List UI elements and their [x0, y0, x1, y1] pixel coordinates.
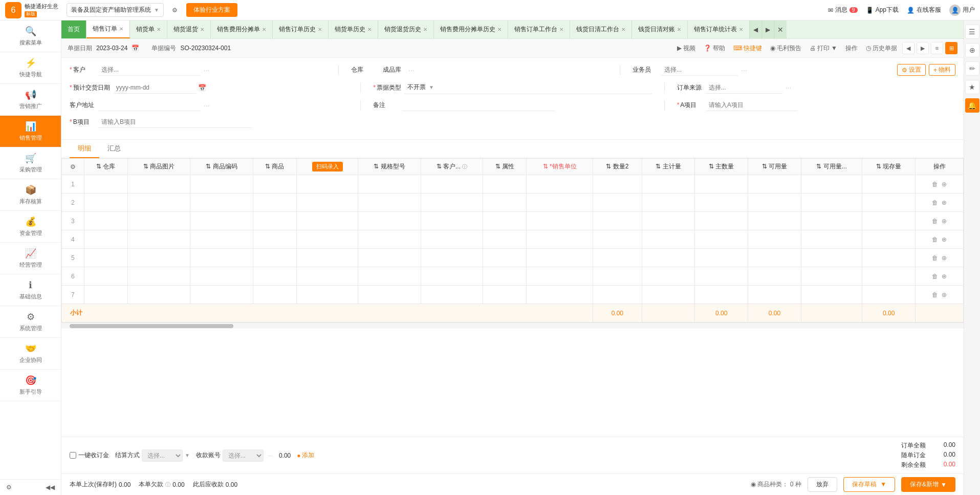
sidebar-collapse-btn[interactable]: ◀◀: [46, 484, 55, 491]
sidebar-item-system[interactable]: ⚙ 系统管理: [0, 306, 61, 338]
tab-sales-return[interactable]: 销货退货 ✕: [167, 20, 211, 38]
user-item[interactable]: 👤 用户: [949, 5, 975, 16]
invoice-type-select[interactable]: 不开票 ▼: [404, 81, 652, 94]
tab-sales-expense-history[interactable]: 销售费用分摊单历史 ✕: [434, 20, 508, 38]
th-attributes[interactable]: ⇅ 属性: [483, 159, 527, 175]
salesperson-input[interactable]: [661, 64, 738, 76]
th-main-uom[interactable]: ⇅ 主计量: [642, 159, 695, 175]
sidebar-item-marketing[interactable]: 📢 营销推广: [0, 84, 61, 116]
message-item[interactable]: ✉ 消息 9: [828, 6, 858, 14]
row-copy-btn[interactable]: ⊕: [942, 273, 947, 280]
warehouse-more-btn[interactable]: ···: [408, 66, 415, 74]
tab-close-sales-return[interactable]: ✕: [200, 27, 204, 32]
tab-close-sales-workbench[interactable]: ✕: [559, 27, 563, 32]
th-warehouse[interactable]: ⇅ 仓库: [84, 159, 127, 175]
sidebar-item-inventory[interactable]: 📦 库存核算: [0, 179, 61, 211]
tab-close-all-btn[interactable]: ✕: [774, 20, 787, 38]
tab-sales-return-history[interactable]: 销货退货历史 ✕: [378, 20, 434, 38]
history-btn[interactable]: ◷ 历史单据: [863, 43, 900, 54]
right-panel-edit-btn[interactable]: ✏: [965, 61, 979, 76]
add-payment-btn[interactable]: ● 添加: [297, 451, 314, 460]
tab-cash-workbench[interactable]: 钱货日清工作台 ✕: [570, 20, 632, 38]
settings-btn[interactable]: ⚙ 设置: [897, 64, 926, 76]
receipt-more-btn[interactable]: ···: [268, 452, 273, 459]
system-selector[interactable]: 装备及固定资产辅助管理系统 ▼: [67, 3, 164, 17]
th-qty2[interactable]: ⇅ 数量2: [593, 159, 642, 175]
th-customer-ref[interactable]: ⇅ 客户... ⓘ: [421, 159, 483, 175]
help-btn[interactable]: ❓ 帮助: [701, 43, 728, 54]
tab-sales-expense[interactable]: 销售费用分摊单 ✕: [211, 20, 273, 38]
a-project-input[interactable]: [706, 99, 798, 111]
discard-btn[interactable]: 放弃: [808, 477, 837, 492]
prev-record-btn[interactable]: ◀: [902, 42, 914, 54]
tab-close-sales-expense-history[interactable]: ✕: [497, 27, 502, 32]
order-source-input[interactable]: [706, 82, 782, 94]
delivery-date-input[interactable]: [113, 82, 196, 94]
right-panel-notification-btn[interactable]: 🔔: [965, 98, 979, 113]
tab-close-sales-order[interactable]: ✕: [119, 26, 123, 32]
tab-next-btn[interactable]: ▶: [762, 20, 774, 38]
salesperson-more-btn[interactable]: ···: [741, 66, 747, 74]
order-source-more-btn[interactable]: ···: [786, 83, 792, 92]
tab-sales-slip[interactable]: 销货单 ✕: [130, 20, 167, 38]
save-new-btn[interactable]: 保存&新增 ▼: [901, 477, 955, 492]
tab-close-cash-workbench[interactable]: ✕: [621, 27, 625, 32]
tab-summary[interactable]: 汇总: [99, 140, 129, 158]
tab-detail[interactable]: 明细: [70, 140, 99, 158]
row-delete-btn[interactable]: 🗑: [932, 199, 938, 206]
row-delete-btn[interactable]: 🗑: [932, 181, 938, 188]
th-main-qty[interactable]: ⇅ 主数量: [695, 159, 748, 175]
sidebar-item-finance[interactable]: 💰 资金管理: [0, 211, 61, 243]
tab-prev-btn[interactable]: ◀: [750, 20, 762, 38]
tab-sales-order[interactable]: 销售订单 ✕: [86, 20, 130, 38]
sidebar-item-nav[interactable]: ⚡ 快捷导航: [0, 52, 61, 84]
one-click-checkbox[interactable]: [70, 452, 76, 459]
app-download-item[interactable]: 📱 App下载: [866, 6, 899, 14]
tab-close-sales-order-history[interactable]: ✕: [318, 27, 322, 32]
add-items-btn[interactable]: + 物料: [929, 64, 955, 76]
address-more-btn[interactable]: ···: [204, 101, 210, 110]
th-available-qty[interactable]: ⇅ 可用量: [748, 159, 801, 175]
row-copy-btn[interactable]: ⊕: [942, 218, 947, 225]
tab-close-cash-reconcile[interactable]: ✕: [677, 27, 681, 32]
shortcut-btn[interactable]: ⌨ 快捷键: [730, 43, 765, 54]
delivery-calendar-icon[interactable]: 📅: [198, 84, 206, 92]
row-delete-btn[interactable]: 🗑: [932, 236, 938, 243]
tab-sales-workbench[interactable]: 销售订单工作台 ✕: [508, 20, 570, 38]
right-panel-star-btn[interactable]: ★: [965, 80, 979, 94]
customer-more-btn[interactable]: ···: [204, 66, 210, 74]
sidebar-item-purchase[interactable]: 🛒 采购管理: [0, 147, 61, 179]
receipt-account-select[interactable]: 选择...: [223, 449, 264, 462]
right-panel-layout-btn[interactable]: ☰: [965, 25, 979, 39]
right-panel-expand-btn[interactable]: ⊕: [965, 43, 979, 57]
remarks-input[interactable]: [402, 99, 555, 111]
row-copy-btn[interactable]: ⊕: [942, 199, 947, 206]
sidebar-item-search[interactable]: 🔍 搜索菜单: [0, 20, 61, 52]
tab-cash-reconcile[interactable]: 钱货日清对账 ✕: [632, 20, 688, 38]
split-btn[interactable]: ⊞: [945, 42, 957, 54]
tab-sales-slip-history[interactable]: 销货单历史 ✕: [329, 20, 378, 38]
tab-sales-stats[interactable]: 销售订单统计表 ✕: [688, 20, 750, 38]
settlement-select[interactable]: 选择...: [142, 449, 183, 462]
sidebar-item-enterprise[interactable]: 🤝 企业协同: [0, 338, 61, 370]
row-copy-btn[interactable]: ⊕: [942, 291, 947, 298]
row-delete-btn[interactable]: 🗑: [932, 254, 938, 262]
th-product-code[interactable]: ⇅ 商品编码: [190, 159, 253, 175]
row-delete-btn[interactable]: 🗑: [932, 218, 938, 225]
tab-close-sales-slip[interactable]: ✕: [157, 27, 161, 32]
one-click-label[interactable]: 一键收订金: [70, 451, 109, 460]
tab-home[interactable]: 首页: [61, 20, 86, 38]
tab-close-sales-expense[interactable]: ✕: [262, 27, 266, 32]
print-btn[interactable]: 🖨 打印 ▼: [807, 43, 840, 54]
layout-btn[interactable]: ≡: [931, 42, 943, 54]
th-available2[interactable]: ⇅ 可用量...: [801, 159, 862, 175]
view-btn[interactable]: ▶ 视频: [674, 43, 699, 54]
horizontal-scrollbar[interactable]: [61, 322, 964, 329]
row-delete-btn[interactable]: 🗑: [932, 291, 938, 298]
customer-input[interactable]: [98, 64, 201, 76]
sidebar-item-basic[interactable]: ℹ 基础信息: [0, 274, 61, 306]
th-product-name[interactable]: ⇅ 商品: [253, 159, 296, 175]
sidebar-item-operations[interactable]: 📈 经营管理: [0, 243, 61, 274]
row-copy-btn[interactable]: ⊕: [942, 254, 947, 262]
operations-btn[interactable]: 操作: [842, 43, 861, 54]
